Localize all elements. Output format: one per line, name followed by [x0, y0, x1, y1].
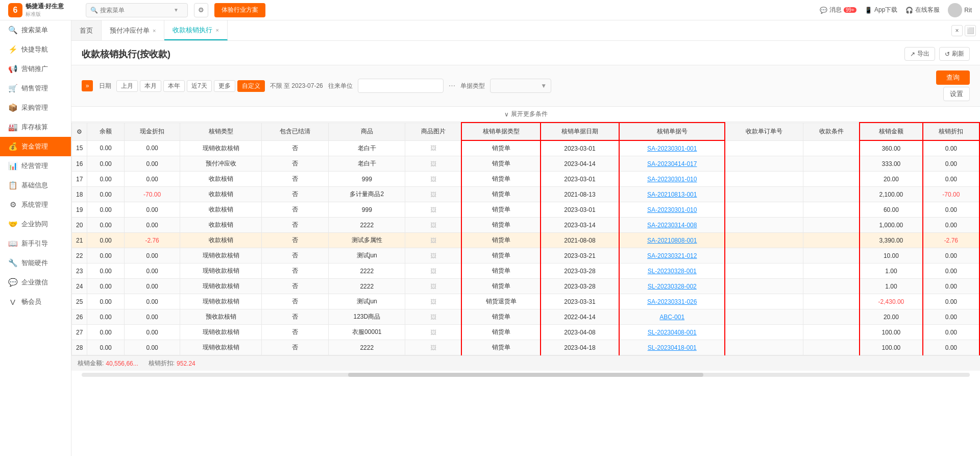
date-btn-7days[interactable]: 近7天: [187, 80, 212, 92]
marketing-icon: 📢: [8, 64, 17, 74]
bill-no-link[interactable]: SA-20210808-001: [647, 237, 697, 244]
date-btn-more[interactable]: 更多: [214, 80, 235, 92]
cell-include-settled: 否: [262, 248, 329, 263]
cell-verify-type: 现销收款核销: [180, 279, 262, 294]
cell-bill-no[interactable]: SL-20230328-001: [619, 263, 725, 279]
tab-prepay[interactable]: 预付冲应付单 ×: [102, 20, 164, 40]
cell-bill-no[interactable]: SA-20230301-010: [619, 202, 725, 218]
sidebar-item-finance[interactable]: 💰 资金管理: [0, 137, 71, 156]
bill-no-link[interactable]: SA-20210813-001: [647, 191, 697, 198]
top-search-box[interactable]: 🔍 ▼: [86, 3, 188, 17]
tab-prepay-close[interactable]: ×: [153, 28, 156, 34]
partner-input[interactable]: [358, 79, 444, 93]
tab-maximize-button[interactable]: ⬜: [965, 25, 976, 36]
cell-include-settled: 否: [262, 218, 329, 233]
bill-no-link[interactable]: SL-20230328-002: [648, 283, 697, 290]
refresh-button[interactable]: ↺ 刷新: [939, 47, 970, 61]
message-button[interactable]: 💬 消息 99+: [820, 6, 856, 14]
cell-cash-discount: 0.00: [124, 294, 180, 309]
bill-no-link[interactable]: SA-20230301-010: [647, 176, 697, 183]
cell-bill-no[interactable]: SA-20230314-008: [619, 218, 725, 233]
cell-include-settled: 否: [262, 325, 329, 340]
trial-button[interactable]: 体验行业方案: [214, 3, 265, 17]
bill-no-link[interactable]: SA-20230301-010: [647, 206, 697, 213]
cell-include-settled: 否: [262, 294, 329, 309]
sidebar-item-quick-nav[interactable]: ⚡ 快捷导航: [0, 40, 71, 59]
sidebar-item-marketing[interactable]: 📢 营销推广: [0, 59, 71, 79]
cell-goods: 测试多属性: [329, 233, 405, 248]
cell-bill-no[interactable]: SA-20210808-001: [619, 233, 725, 248]
cell-include-settled: 否: [262, 202, 329, 218]
date-btn-this-month[interactable]: 本月: [140, 80, 161, 92]
expand-more-button[interactable]: ∨ 展开更多条件: [71, 107, 980, 122]
sidebar-item-purchase[interactable]: 📦 采购管理: [0, 98, 71, 117]
app-download-button[interactable]: 📱 App下载: [865, 6, 897, 14]
cell-cash-discount: 0.00: [124, 140, 180, 156]
cell-balance: 0.00: [87, 294, 124, 309]
cell-verify-type: 现销收款核销: [180, 340, 262, 355]
cell-id: 17: [72, 172, 87, 187]
settings-button[interactable]: ⚙: [194, 3, 208, 17]
sidebar-item-member[interactable]: V 畅会员: [0, 292, 71, 311]
bill-no-link[interactable]: SA-20230331-026: [647, 298, 697, 305]
partner-dots[interactable]: ···: [449, 81, 455, 90]
tab-verify[interactable]: 收款核销执行 ×: [164, 20, 227, 40]
bill-type-select[interactable]: ▼: [490, 79, 551, 93]
col-header-gear[interactable]: ⚙: [72, 123, 87, 140]
sidebar-item-inventory[interactable]: 🏭 库存核算: [0, 117, 71, 137]
sidebar-item-guide[interactable]: 📖 新手引导: [0, 234, 71, 253]
cell-bill-no[interactable]: SA-20230301-001: [619, 140, 725, 156]
cell-bill-no[interactable]: SA-20230301-010: [619, 172, 725, 187]
refresh-icon: ↺: [945, 51, 950, 58]
cell-verify-amount: 1.00: [860, 263, 922, 279]
cell-bill-no[interactable]: SL-20230408-001: [619, 325, 725, 340]
tab-home[interactable]: 首页: [71, 20, 102, 40]
sidebar-label-wechat: 企业微信: [21, 278, 48, 287]
cell-bill-no[interactable]: SL-20230328-002: [619, 279, 725, 294]
tab-close-all-button[interactable]: ×: [951, 25, 963, 36]
cell-bill-type: 销货单: [461, 279, 540, 294]
cell-bill-no[interactable]: SA-20230321-012: [619, 248, 725, 263]
cell-id: 23: [72, 263, 87, 279]
date-btn-custom[interactable]: 自定义: [237, 80, 265, 92]
search-input[interactable]: [100, 7, 172, 14]
export-button[interactable]: ↗ 导出: [904, 47, 935, 61]
filter-bar: » 日期 上月 本月 本年 近7天 更多 自定义 不限 至 2023-07-26…: [71, 65, 980, 107]
cell-bill-no[interactable]: SA-20230414-017: [619, 156, 725, 172]
sidebar-item-wechat[interactable]: 💬 企业微信: [0, 273, 71, 292]
cell-bill-no[interactable]: SA-20230331-026: [619, 294, 725, 309]
filter-setting-button[interactable]: 设置: [943, 87, 970, 101]
cell-bill-no[interactable]: SL-20230418-001: [619, 340, 725, 355]
date-btn-this-year[interactable]: 本年: [163, 80, 185, 92]
bill-no-link[interactable]: SL-20230328-001: [648, 268, 697, 275]
total-verify-discount-value: 952.24: [177, 360, 195, 367]
bill-no-link[interactable]: SA-20230301-001: [647, 145, 697, 152]
sidebar-item-basic-info[interactable]: 📋 基础信息: [0, 176, 71, 195]
cell-goods-image: 🖼: [405, 279, 461, 294]
sidebar-item-hardware[interactable]: 🔧 智能硬件: [0, 253, 71, 273]
expand-button[interactable]: »: [82, 80, 93, 91]
cell-verify-discount: 0.00: [923, 263, 979, 279]
cell-verify-discount: 0.00: [923, 156, 979, 172]
bill-no-link[interactable]: SL-20230408-001: [648, 329, 697, 336]
tab-verify-close[interactable]: ×: [215, 27, 218, 33]
bill-no-link[interactable]: SA-20230314-008: [647, 222, 697, 229]
total-verify-amount: 核销金额: 40,556,66...: [78, 359, 138, 368]
sidebar-item-management[interactable]: 📊 经营管理: [0, 156, 71, 176]
query-button[interactable]: 查询: [936, 70, 970, 85]
sidebar-item-sales[interactable]: 🛒 销售管理: [0, 79, 71, 98]
sidebar-item-search[interactable]: 🔍 搜索菜单: [0, 20, 71, 40]
bill-no-link[interactable]: ABC-001: [659, 314, 684, 321]
bill-no-link[interactable]: SL-20230418-001: [648, 344, 697, 351]
online-service-button[interactable]: 🎧 在线客服: [905, 6, 940, 14]
sidebar-item-system[interactable]: ⚙ 系统管理: [0, 195, 71, 214]
date-btn-last-month[interactable]: 上月: [116, 80, 138, 92]
cell-bill-no[interactable]: ABC-001: [619, 309, 725, 325]
bill-no-link[interactable]: SA-20230321-012: [647, 252, 697, 259]
sidebar-item-collab[interactable]: 🤝 企业协同: [0, 214, 71, 234]
user-menu[interactable]: Rit: [948, 3, 972, 17]
cell-goods-image: 🖼: [405, 263, 461, 279]
cell-bill-no[interactable]: SA-20210813-001: [619, 187, 725, 202]
bill-no-link[interactable]: SA-20230414-017: [647, 160, 697, 167]
service-label: 在线客服: [915, 6, 940, 14]
